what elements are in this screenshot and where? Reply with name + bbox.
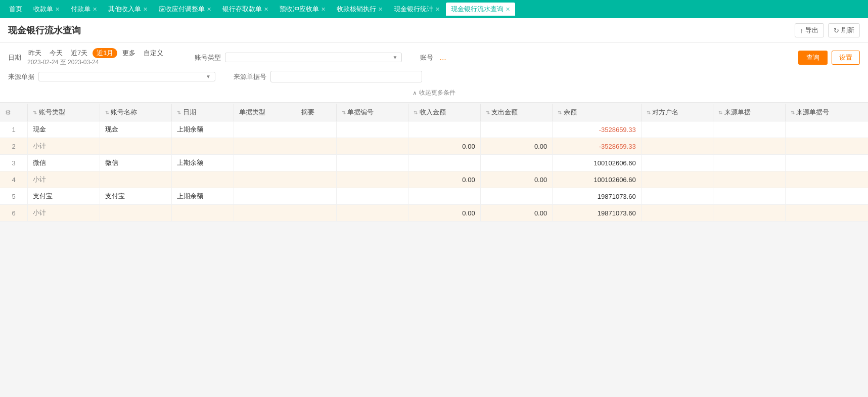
nav-adjustments[interactable]: 应收应付调整单 ✕	[154, 3, 216, 16]
refresh-button[interactable]: ↻ 刷新	[828, 23, 860, 37]
nav-statistics-close[interactable]: ✕	[435, 6, 440, 13]
nav-other-income-close[interactable]: ✕	[143, 6, 148, 13]
date-1month[interactable]: 近1月	[93, 48, 117, 58]
row-date: 上期余额	[172, 155, 234, 171]
table-row: 2 小计 0.00 0.00 -3528659.33	[0, 138, 868, 155]
nav-receipts-close[interactable]: ✕	[55, 6, 60, 13]
row-account-type: 小计	[28, 138, 100, 155]
row-source-doc	[713, 121, 786, 138]
col-gear[interactable]: ⚙	[0, 104, 28, 121]
nav-flow-query-label: 现金银行流水查询	[451, 5, 504, 14]
page-header: 现金银行流水查询 ↑ 导出 ↻ 刷新	[0, 18, 868, 43]
table-row: 6 小计 0.00 0.00 19871073.60	[0, 205, 868, 222]
date-today[interactable]: 今天	[47, 48, 66, 58]
filter-area: 日期 昨天 今天 近7天 近1月 更多 自定义 2023-02-24 至 202…	[0, 43, 868, 103]
refresh-icon: ↻	[834, 27, 839, 34]
row-source-doc	[713, 205, 786, 222]
row-num: 1	[0, 121, 28, 138]
col-income[interactable]: ⇅ 收入金额	[408, 104, 481, 121]
data-table: ⚙ ⇅ 账号类型 ⇅ 账号名称 ⇅ 日期 单据类型 摘要 ⇅ 单据编号 ⇅ 收入…	[0, 104, 868, 222]
row-doc-type	[234, 155, 296, 171]
col-counterparty[interactable]: ⇅ 对方户名	[641, 104, 713, 121]
query-button[interactable]: 查询	[798, 51, 828, 65]
account-type-select[interactable]: ▼	[225, 53, 402, 62]
page-title: 现金银行流水查询	[8, 24, 81, 36]
row-num: 3	[0, 155, 28, 171]
nav-prepaid-label: 预收冲应收单	[280, 5, 319, 14]
source-doc-group: 来源单据 ▼	[8, 72, 215, 81]
row-summary	[296, 171, 336, 188]
nav-home[interactable]: 首页	[4, 3, 27, 16]
col-balance[interactable]: ⇅ 余额	[553, 104, 641, 121]
sort-icon-balance: ⇅	[558, 110, 562, 115]
col-summary: 摘要	[296, 104, 336, 121]
nav-prepaid[interactable]: 预收冲应收单 ✕	[275, 3, 331, 16]
date-more[interactable]: 更多	[119, 48, 139, 58]
row-doc-type	[234, 121, 296, 138]
row-num: 5	[0, 188, 28, 205]
nav-bank-transactions[interactable]: 银行存取款单 ✕	[217, 3, 273, 16]
nav-writeoff-close[interactable]: ✕	[378, 6, 383, 13]
table-row: 3 微信 微信 上期余额 100102606.60	[0, 155, 868, 171]
nav-receipts[interactable]: 收款单 ✕	[28, 3, 65, 16]
refresh-label: 刷新	[841, 26, 854, 35]
row-counterparty	[641, 138, 713, 155]
col-source-doc-no[interactable]: ⇅ 来源单据号	[785, 104, 868, 121]
row-doc-type	[234, 171, 296, 188]
nav-flow-query-close[interactable]: ✕	[506, 6, 510, 13]
row-summary	[296, 205, 336, 222]
row-doc-type	[234, 138, 296, 155]
nav-flow-query[interactable]: 现金银行流水查询 ✕	[446, 3, 515, 16]
nav-adjustments-close[interactable]: ✕	[207, 6, 211, 13]
source-doc-no-input[interactable]	[270, 71, 422, 82]
row-income	[408, 188, 481, 205]
collapse-up-icon: ∧	[413, 90, 417, 97]
nav-home-label: 首页	[9, 5, 22, 14]
col-expense[interactable]: ⇅ 支出金额	[480, 104, 553, 121]
sort-icon-source-doc-no: ⇅	[791, 110, 795, 115]
row-doc-type	[234, 188, 296, 205]
row-counterparty	[641, 205, 713, 222]
source-doc-select[interactable]: ▼	[38, 72, 215, 81]
row-balance: -3528659.33	[553, 138, 641, 155]
row-doc-no	[336, 121, 408, 138]
row-counterparty	[641, 155, 713, 171]
data-table-container: ⚙ ⇅ 账号类型 ⇅ 账号名称 ⇅ 日期 单据类型 摘要 ⇅ 单据编号 ⇅ 收入…	[0, 104, 868, 222]
account-type-chevron: ▼	[393, 55, 398, 60]
row-source-doc	[713, 138, 786, 155]
row-expense: 0.00	[480, 171, 553, 188]
date-7days[interactable]: 近7天	[68, 48, 90, 58]
export-button[interactable]: ↑ 导出	[795, 23, 825, 37]
col-date[interactable]: ⇅ 日期	[172, 104, 234, 121]
col-doc-type: 单据类型	[234, 104, 296, 121]
row-source-doc	[713, 188, 786, 205]
nav-payments[interactable]: 付款单 ✕	[66, 3, 102, 16]
col-source-doc[interactable]: ⇅ 来源单据	[713, 104, 786, 121]
nav-payments-close[interactable]: ✕	[93, 6, 97, 13]
nav-writeoff[interactable]: 收款核销执行 ✕	[332, 3, 388, 16]
row-balance: -3528659.33	[553, 121, 641, 138]
row-income: 0.00	[408, 171, 481, 188]
nav-bank-transactions-close[interactable]: ✕	[264, 6, 268, 13]
row-account-type: 现金	[28, 121, 100, 138]
row-expense	[480, 188, 553, 205]
col-account-name[interactable]: ⇅ 账号名称	[100, 104, 172, 121]
table-header-row: ⚙ ⇅ 账号类型 ⇅ 账号名称 ⇅ 日期 单据类型 摘要 ⇅ 单据编号 ⇅ 收入…	[0, 104, 868, 121]
settings-button[interactable]: 设置	[832, 51, 860, 65]
collapse-bar[interactable]: ∧ 收起更多条件	[8, 86, 860, 99]
date-yesterday[interactable]: 昨天	[25, 48, 44, 58]
row-doc-no	[336, 155, 408, 171]
col-doc-no[interactable]: ⇅ 单据编号	[336, 104, 408, 121]
account-dots[interactable]: ...	[437, 53, 448, 62]
nav-statistics[interactable]: 现金银行统计 ✕	[389, 3, 445, 16]
row-doc-type	[234, 205, 296, 222]
row-expense	[480, 155, 553, 171]
nav-prepaid-close[interactable]: ✕	[321, 6, 326, 13]
col-account-type[interactable]: ⇅ 账号类型	[28, 104, 100, 121]
row-source-doc-no	[785, 188, 868, 205]
account-group: 账号 ...	[420, 53, 448, 62]
sort-icon-income: ⇅	[414, 110, 418, 115]
nav-other-income[interactable]: 其他收入单 ✕	[103, 3, 153, 16]
gear-icon[interactable]: ⚙	[5, 109, 11, 116]
date-custom[interactable]: 自定义	[141, 48, 166, 58]
